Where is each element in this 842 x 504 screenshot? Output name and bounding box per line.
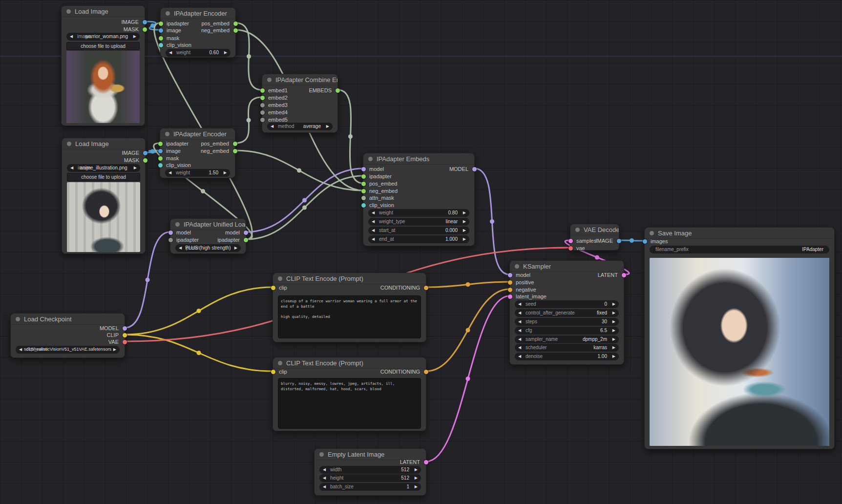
decrement-arrow-icon[interactable]: ◀: [372, 211, 375, 215]
input-dot-icon[interactable]: [361, 196, 366, 200]
scheduler-widget[interactable]: ◀schedulerkarras▶: [515, 344, 619, 352]
increment-arrow-icon[interactable]: ▶: [224, 51, 227, 55]
output-dot-icon[interactable]: [472, 167, 477, 171]
seed-widget[interactable]: ◀seed0▶: [515, 300, 619, 308]
image-widget[interactable]: ◀imagewarrior_woman.png▶: [66, 33, 140, 41]
node-title-bar[interactable]: Load Checkpoint: [11, 314, 125, 325]
weight-widget[interactable]: ◀weight0.80▶: [368, 209, 469, 217]
increment-arrow-icon[interactable]: ▶: [463, 211, 466, 215]
collapse-dot-icon[interactable]: [166, 11, 170, 16]
pos_embed-output-slot[interactable]: pos_embed: [160, 140, 235, 147]
wire-midpoint-dot[interactable]: [466, 328, 470, 333]
weight-widget[interactable]: ◀weight0.60▶: [166, 49, 231, 57]
steps-widget[interactable]: ◀steps30▶: [515, 318, 619, 326]
VAE-output-slot[interactable]: VAE: [11, 338, 125, 345]
upload-button[interactable]: choose file to upload: [66, 42, 140, 50]
increment-arrow-icon[interactable]: ▶: [612, 320, 615, 324]
cfg-widget[interactable]: ◀cfg6.5▶: [515, 327, 619, 335]
MASK-output-slot[interactable]: MASK: [62, 26, 145, 33]
weight-widget[interactable]: ◀weight1.50▶: [165, 169, 230, 177]
node-ipadapter-encoder-2[interactable]: IPAdapter Encoderipadapterimagemaskclip_…: [160, 128, 235, 178]
output-dot-icon[interactable]: [424, 286, 428, 290]
collapse-dot-icon[interactable]: [319, 452, 324, 457]
node-load-image-1[interactable]: Load ImageIMAGEMASK◀imagewarrior_woman.p…: [61, 5, 145, 126]
node-clip-text-encode-positive[interactable]: CLIP Text Encode (Prompt)clipCONDITIONIN…: [273, 273, 426, 342]
increment-arrow-icon[interactable]: ▶: [133, 35, 136, 39]
upload-button[interactable]: choose file to upload: [67, 173, 140, 181]
increment-arrow-icon[interactable]: ▶: [463, 237, 466, 241]
wire-midpoint-dot[interactable]: [247, 118, 251, 123]
increment-arrow-icon[interactable]: ▶: [612, 311, 615, 315]
input-dot-icon[interactable]: [260, 110, 265, 115]
collapse-dot-icon[interactable]: [66, 9, 71, 14]
wire-midpoint-dot[interactable]: [201, 189, 205, 193]
wire-midpoint-dot[interactable]: [302, 198, 307, 203]
input-dot-icon[interactable]: [260, 118, 265, 122]
input-dot-icon[interactable]: [643, 239, 647, 244]
mask-input-slot[interactable]: mask: [160, 155, 235, 162]
wire-midpoint-dot[interactable]: [197, 351, 201, 355]
collapse-dot-icon[interactable]: [267, 78, 272, 82]
increment-arrow-icon[interactable]: ▶: [113, 348, 116, 352]
prompt-textarea[interactable]: closeup of a fierce warrior woman wearin…: [278, 295, 421, 338]
node-title-bar[interactable]: VAE Decode: [570, 224, 619, 235]
node-ipadapter-encoder-1[interactable]: IPAdapter Encoderipadapterimagemaskclip_…: [160, 7, 236, 58]
node-title-bar[interactable]: Load Image: [62, 138, 145, 149]
output-dot-icon[interactable]: [233, 28, 238, 33]
increment-arrow-icon[interactable]: ▶: [415, 468, 418, 472]
node-ipadapter-combine-embeds[interactable]: IPAdapter Combine Embedsembed1embed2embe…: [262, 74, 338, 133]
collapse-dot-icon[interactable]: [575, 228, 580, 232]
wire-midpoint-dot[interactable]: [197, 309, 201, 313]
neg_embed-input-slot[interactable]: neg_embed: [363, 188, 474, 194]
MODEL-output-slot[interactable]: MODEL: [11, 325, 125, 332]
node-title-bar[interactable]: CLIP Text Encode (Prompt): [273, 273, 426, 284]
output-dot-icon[interactable]: [143, 158, 147, 163]
wire-midpoint-dot[interactable]: [466, 377, 470, 381]
increment-arrow-icon[interactable]: ▶: [612, 355, 615, 358]
wire-midpoint-dot[interactable]: [302, 206, 307, 210]
decrement-arrow-icon[interactable]: ◀: [372, 229, 375, 232]
input-dot-icon[interactable]: [260, 103, 265, 107]
decrement-arrow-icon[interactable]: ◀: [518, 346, 521, 350]
node-empty-latent-image[interactable]: Empty Latent ImageLATENT◀width512▶◀heigh…: [314, 448, 426, 496]
input-dot-icon[interactable]: [260, 96, 265, 100]
pos_embed-input-slot[interactable]: pos_embed: [363, 180, 474, 187]
vae-input-slot[interactable]: vae: [570, 245, 619, 252]
output-dot-icon[interactable]: [123, 333, 127, 337]
collapse-dot-icon[interactable]: [278, 276, 282, 281]
weight_type-widget[interactable]: ◀weight_typelinear▶: [368, 218, 469, 226]
output-dot-icon[interactable]: [123, 326, 127, 331]
CONDITIONING-output-slot[interactable]: CONDITIONING: [273, 284, 426, 291]
input-dot-icon[interactable]: [158, 163, 163, 168]
increment-arrow-icon[interactable]: ▶: [234, 246, 237, 250]
decrement-arrow-icon[interactable]: ◀: [518, 320, 521, 324]
input-dot-icon[interactable]: [159, 43, 163, 47]
increment-arrow-icon[interactable]: ▶: [612, 329, 615, 333]
input-dot-icon[interactable]: [508, 294, 512, 299]
collapse-dot-icon[interactable]: [368, 157, 373, 161]
decrement-arrow-icon[interactable]: ◀: [271, 125, 274, 128]
node-ipadapter-unified-loader[interactable]: IPAdapter Unified Loadermodelipadaptermo…: [170, 218, 246, 254]
start_at-widget[interactable]: ◀start_at0.000▶: [368, 227, 469, 234]
image-widget[interactable]: ◀imageanime_illustration.png▶: [67, 164, 140, 172]
decrement-arrow-icon[interactable]: ◀: [70, 35, 73, 39]
denoise-widget[interactable]: ◀denoise1.00▶: [515, 353, 619, 360]
prompt-textarea[interactable]: blurry, noisy, messy, lowres, jpeg, arti…: [278, 378, 421, 429]
decrement-arrow-icon[interactable]: ◀: [372, 220, 375, 224]
input-dot-icon[interactable]: [508, 280, 512, 285]
increment-arrow-icon[interactable]: ▶: [612, 302, 615, 306]
end_at-widget[interactable]: ◀end_at1.000▶: [368, 235, 469, 243]
output-dot-icon[interactable]: [143, 27, 147, 32]
output-dot-icon[interactable]: [233, 149, 237, 153]
latent_image-input-slot[interactable]: latent_image: [510, 293, 624, 300]
wire-midpoint-dot[interactable]: [150, 149, 155, 154]
increment-arrow-icon[interactable]: ▶: [326, 125, 329, 128]
decrement-arrow-icon[interactable]: ◀: [518, 302, 521, 306]
increment-arrow-icon[interactable]: ▶: [224, 171, 227, 175]
collapse-dot-icon[interactable]: [165, 132, 169, 136]
ipadapter-output-slot[interactable]: ipadapter: [170, 236, 246, 243]
output-dot-icon[interactable]: [336, 88, 340, 93]
decrement-arrow-icon[interactable]: ◀: [323, 468, 326, 472]
CONDITIONING-output-slot[interactable]: CONDITIONING: [273, 368, 426, 375]
input-dot-icon[interactable]: [159, 36, 163, 41]
